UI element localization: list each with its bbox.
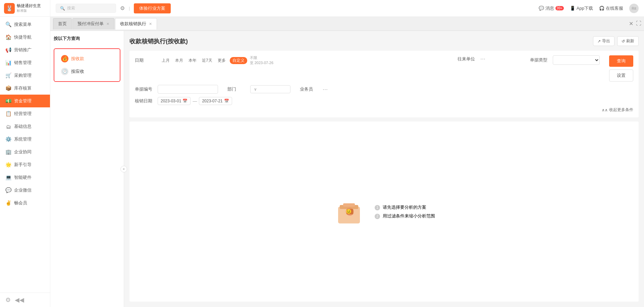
sidebar-item-inventory[interactable]: 📦 库存核算 bbox=[0, 82, 50, 95]
date-btn-custom[interactable]: 自定义 bbox=[230, 57, 247, 64]
online-service-label: 在线客服 bbox=[606, 5, 623, 11]
close-all-icon[interactable]: ✕ bbox=[629, 20, 633, 27]
member-icon: ✌ bbox=[5, 200, 11, 206]
tab-home[interactable]: 首页 bbox=[53, 18, 72, 30]
date-btn-more[interactable]: 更多 bbox=[216, 57, 227, 64]
sidebar-item-wechat[interactable]: 💬 企业微信 bbox=[0, 184, 50, 197]
message-icon: 💬 bbox=[539, 6, 544, 11]
collapse-button[interactable]: ∧∧ 收起更多条件 bbox=[602, 107, 633, 113]
query-button[interactable]: 查询 bbox=[609, 55, 633, 67]
industry-solution-button[interactable]: 体验行业方案 bbox=[134, 3, 171, 13]
topbar: 🔍 搜索 ⚙ | 体验行业方案 💬 消息 99+ 📱 App下载 🎧 在线客服 … bbox=[50, 0, 644, 17]
gear-icon[interactable]: ⚙ bbox=[120, 5, 125, 11]
date-btn-this-month[interactable]: 本月 bbox=[174, 57, 184, 64]
sidebar-item-label: 企业微信 bbox=[14, 187, 32, 193]
date-separator: — bbox=[193, 99, 197, 104]
empty-state: 😐 1 请先选择要分析的方案 2 用过滤条件来缩小分析范围 bbox=[129, 121, 639, 302]
message-badge: 99+ bbox=[555, 6, 564, 10]
export-button[interactable]: ↗ 导出 bbox=[593, 36, 614, 46]
tab-prepay[interactable]: 预付冲应付单 ✕ bbox=[72, 18, 114, 30]
purchase-icon: 🛒 bbox=[5, 72, 11, 79]
logo-icon: 🐰 bbox=[4, 3, 15, 14]
tab-prepay-close[interactable]: ✕ bbox=[106, 22, 109, 26]
expand-icon[interactable]: ⛶ bbox=[636, 20, 641, 27]
tab-prepay-label: 预付冲应付单 bbox=[77, 21, 104, 27]
search-box[interactable]: 🔍 搜索 bbox=[56, 4, 116, 13]
writeoff-date-end[interactable]: 2023-07-21 📅 bbox=[199, 97, 232, 105]
hint1-text: 请先选择要分析的方案 bbox=[383, 204, 426, 210]
export-label: 导出 bbox=[602, 38, 610, 44]
search-icon: 🔍 bbox=[5, 21, 11, 28]
sidebar-item-label: 库存核算 bbox=[14, 85, 32, 91]
writeoff-date-start[interactable]: 2023-03-01 📅 bbox=[158, 97, 191, 105]
sidebar-item-purchase[interactable]: 🛒 采购管理 bbox=[0, 69, 50, 82]
sidebar-item-label: 销售管理 bbox=[14, 60, 32, 66]
collapse-sidebar-icon[interactable]: ◀◀ bbox=[15, 296, 24, 304]
search-icon: 🔍 bbox=[60, 6, 65, 11]
doc-type-select[interactable] bbox=[553, 55, 600, 65]
sidebar-item-label: 畅会员 bbox=[14, 200, 27, 206]
empty-step-2: 2 用过滤条件来缩小分析范围 bbox=[375, 213, 435, 219]
sidebar-item-guide[interactable]: 🌟 新手引导 bbox=[0, 158, 50, 171]
sidebar-item-hardware[interactable]: 💻 智能硬件 bbox=[0, 171, 50, 184]
doc-no-input[interactable] bbox=[158, 85, 218, 94]
query-by-receivable-label: 按应收 bbox=[71, 68, 84, 74]
marketing-icon: 📢 bbox=[5, 47, 11, 53]
sales-more[interactable]: ··· bbox=[323, 86, 328, 93]
date-btn-this-year[interactable]: 本年 bbox=[187, 57, 198, 64]
sidebar-item-quick[interactable]: 🏠 快捷导航 bbox=[0, 31, 50, 44]
sidebar-item-system[interactable]: ⚙️ 系统管理 bbox=[0, 133, 50, 146]
empty-svg: 😐 bbox=[333, 195, 367, 228]
finance-icon: 💵 bbox=[5, 98, 11, 104]
sidebar-item-member[interactable]: ✌ 畅会员 bbox=[0, 197, 50, 209]
collapse-label: 收起更多条件 bbox=[609, 107, 633, 113]
query-by-receipt[interactable]: 💰 按收款 bbox=[58, 52, 116, 65]
tab-writeoff-label: 收款核销执行 bbox=[120, 21, 146, 27]
no-limit-to: 至 2023-07-26 bbox=[250, 60, 273, 65]
partner-label: 往来单位 bbox=[458, 56, 478, 62]
settings-button[interactable]: 设置 bbox=[609, 69, 633, 82]
app-download-button[interactable]: 📱 App下载 bbox=[570, 5, 593, 11]
tab-writeoff[interactable]: 收款核销执行 ✕ bbox=[115, 18, 157, 30]
content-area: 按以下方查询 « 💰 按收款 🕐 按应收 收款核销执行(按收款) bbox=[50, 31, 644, 307]
topbar-divider: | bbox=[129, 6, 130, 11]
tabbar: 首页 预付冲应付单 ✕ 收款核销执行 ✕ ✕ ⛶ bbox=[50, 17, 644, 31]
sidebar-item-ops[interactable]: 📋 经营管理 bbox=[0, 107, 50, 120]
refresh-button[interactable]: ↺ 刷新 bbox=[617, 36, 639, 46]
writeoff-date-start-value: 2023-03-01 bbox=[161, 99, 181, 103]
panel-toggle[interactable]: « bbox=[120, 166, 127, 172]
wechat-icon: 💬 bbox=[5, 187, 11, 193]
partner-more[interactable]: ··· bbox=[480, 55, 485, 62]
no-limit-label: 不限 bbox=[250, 55, 273, 60]
sidebar-item-label: 搜索菜单 bbox=[14, 21, 32, 28]
date-shortcuts: 上月 本月 本年 近7天 更多 自定义 不限 至 2023-07-26 bbox=[160, 55, 273, 66]
export-icon: ↗ bbox=[597, 39, 601, 44]
sidebar-item-search[interactable]: 🔍 搜索菜单 bbox=[0, 18, 50, 31]
date-btn-7days[interactable]: 近7天 bbox=[201, 57, 214, 64]
right-content: 收款核销执行(按收款) ↗ 导出 ↺ 刷新 bbox=[124, 31, 644, 307]
svg-rect-2 bbox=[343, 203, 355, 207]
sidebar-item-enterprise[interactable]: 🏢 企业协同 bbox=[0, 146, 50, 158]
online-service-button[interactable]: 🎧 在线客服 bbox=[599, 5, 623, 11]
dept-select[interactable]: ∨ bbox=[250, 85, 290, 93]
ops-icon: 📋 bbox=[5, 111, 11, 117]
sales-icon: 📊 bbox=[5, 60, 11, 66]
tab-writeoff-close[interactable]: ✕ bbox=[149, 22, 152, 26]
logo-name: 畅捷通好生意 bbox=[17, 3, 41, 9]
sidebar-item-marketing[interactable]: 📢 营销推广 bbox=[0, 44, 50, 56]
settings-icon[interactable]: ⚙ bbox=[5, 296, 11, 304]
empty-step-1: 1 请先选择要分析的方案 bbox=[375, 204, 435, 210]
message-button[interactable]: 💬 消息 99+ bbox=[539, 5, 564, 11]
sidebar-item-label: 资金管理 bbox=[14, 98, 32, 104]
query-by-receivable[interactable]: 🕐 按应收 bbox=[58, 65, 116, 78]
collapse-bar: ∧∧ 收起更多条件 bbox=[135, 107, 633, 113]
sidebar-item-basic[interactable]: 🗂 基础信息 bbox=[0, 120, 50, 133]
sidebar-item-label: 新手引导 bbox=[14, 162, 32, 168]
svg-text:😐: 😐 bbox=[346, 209, 352, 214]
date-label: 日期 bbox=[135, 57, 155, 63]
topbar-right: 💬 消息 99+ 📱 App下载 🎧 在线客服 Rit bbox=[539, 4, 639, 13]
user-profile[interactable]: Rit bbox=[629, 4, 639, 13]
sidebar-item-sales[interactable]: 📊 销售管理 bbox=[0, 56, 50, 69]
sidebar-item-finance[interactable]: 💵 资金管理 bbox=[0, 95, 50, 107]
date-btn-last-month[interactable]: 上月 bbox=[160, 57, 171, 64]
